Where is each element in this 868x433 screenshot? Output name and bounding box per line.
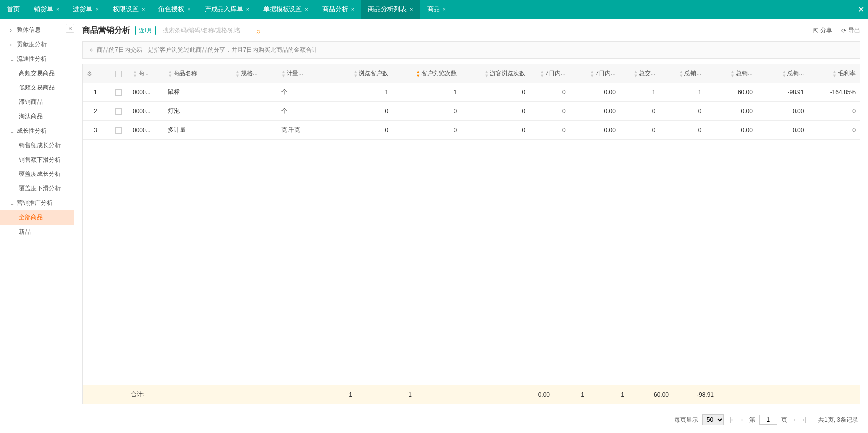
tab-5[interactable]: 产成品入库单× — [198, 0, 256, 19]
prev-page-button[interactable]: ‹ — [739, 416, 745, 423]
sort-icon[interactable]: ▲▼ — [133, 70, 137, 78]
total-total_profit: -98.91 — [673, 391, 718, 398]
row-checkbox[interactable] — [115, 108, 122, 115]
col-header-margin[interactable]: ▲▼毛利率 — [808, 64, 860, 83]
sort-icon[interactable]: ▲▼ — [484, 70, 489, 78]
col-header-in7amt[interactable]: ▲▼7日内... — [570, 64, 620, 83]
col-header-cust_visits[interactable]: ▲▼客户浏览次数 — [392, 64, 461, 83]
period-filter[interactable]: 近1月 — [135, 26, 156, 35]
sidebar-section-3[interactable]: ⌄成长性分析 — [0, 124, 74, 138]
sidebar-item-3-2[interactable]: 覆盖度成长分析 — [0, 167, 74, 181]
sidebar-item-2-3[interactable]: 淘汰商品 — [0, 109, 74, 124]
col-header-total_amount[interactable]: ▲▼总销... — [705, 64, 757, 83]
tab-close-icon[interactable]: × — [443, 6, 446, 12]
share-icon: ⇱ — [813, 27, 818, 34]
sort-icon[interactable]: ▲▼ — [782, 70, 787, 78]
sort-icon[interactable]: ▲▼ — [168, 70, 172, 78]
row-checkbox[interactable] — [115, 127, 122, 134]
tab-close-icon[interactable]: × — [351, 6, 354, 12]
next-page-button[interactable]: › — [791, 416, 797, 423]
sidebar-item-3-0[interactable]: 销售额成长分析 — [0, 138, 74, 153]
tab-3[interactable]: 权限设置× — [106, 0, 151, 19]
select-all-checkbox[interactable] — [115, 71, 122, 77]
cell-idx: 2 — [83, 102, 108, 121]
tab-6[interactable]: 单据模板设置× — [256, 0, 315, 19]
last-page-button[interactable]: ›| — [801, 416, 808, 423]
sort-icon[interactable]: ▲▼ — [634, 70, 638, 78]
cell-in7: 0 — [529, 121, 570, 140]
col-header-total_deals[interactable]: ▲▼总交... — [620, 64, 660, 83]
bulb-icon: ✧ — [89, 47, 94, 54]
tab-close-icon[interactable]: × — [305, 6, 308, 12]
page-input[interactable] — [759, 415, 777, 425]
sidebar-item-4-1[interactable]: 新品 — [0, 225, 74, 239]
visitors-link[interactable]: 1 — [385, 89, 389, 96]
visitors-link[interactable]: 0 — [385, 127, 389, 134]
tab-8[interactable]: 商品分析列表× — [361, 0, 420, 19]
sidebar-item-2-1[interactable]: 低频交易商品 — [0, 81, 74, 95]
sidebar-item-2-2[interactable]: 滞销商品 — [0, 95, 74, 109]
sort-icon[interactable]: ▲▼ — [832, 70, 837, 78]
sort-icon[interactable]: ▲▼ — [353, 70, 358, 78]
cell-chk — [108, 121, 129, 140]
tab-2[interactable]: 进货单× — [66, 0, 105, 19]
tab-close-icon[interactable]: × — [410, 6, 413, 12]
col-header-chk[interactable] — [108, 64, 129, 83]
col-header-in7[interactable]: ▲▼7日内... — [529, 64, 570, 83]
cell-total_profit: 0.00 — [757, 121, 808, 140]
sort-icon[interactable]: ▲▼ — [679, 70, 684, 78]
content: 商品营销分析 近1月 ⌕ ⇱分享 ⟳导出 ✧ 商品的7日内交易，是指客户浏览过此… — [74, 19, 868, 433]
search-input[interactable] — [163, 25, 252, 36]
sort-icon[interactable]: ▲▼ — [281, 70, 286, 78]
close-all-tabs[interactable]: ✕ — [858, 0, 864, 19]
page-size-select[interactable]: 50 — [702, 414, 724, 425]
row-checkbox[interactable] — [115, 89, 122, 96]
sort-icon[interactable]: ▲▼ — [730, 70, 735, 78]
sort-icon[interactable]: ▲▼ — [235, 70, 240, 78]
col-header-total_sales[interactable]: ▲▼总销... — [659, 64, 705, 83]
tab-close-icon[interactable]: × — [246, 6, 249, 12]
total-code: 合计: — [127, 390, 157, 399]
sort-icon[interactable]: ▲▼ — [416, 70, 420, 78]
visitors-link[interactable]: 0 — [385, 108, 389, 115]
sidebar-section-2[interactable]: ⌄流通性分析 — [0, 52, 74, 66]
tab-close-icon[interactable]: × — [187, 6, 190, 12]
sort-icon[interactable]: ▲▼ — [590, 70, 594, 78]
sidebar-item-4-0[interactable]: 全部商品 — [0, 210, 74, 225]
col-header-idx[interactable]: ⚙ — [83, 64, 108, 83]
search-icon[interactable]: ⌕ — [256, 27, 260, 35]
col-header-code[interactable]: ▲▼商... — [129, 64, 164, 83]
sidebar-section-0[interactable]: ›整体信息 — [0, 23, 74, 37]
tab-0[interactable]: 首页 — [0, 0, 27, 19]
col-header-visitors[interactable]: ▲▼浏览客户数 — [318, 64, 393, 83]
col-header-spec[interactable]: ▲▼规格... — [231, 64, 277, 83]
col-header-guest_visits[interactable]: ▲▼游客浏览次数 — [461, 64, 529, 83]
share-button[interactable]: ⇱分享 — [813, 26, 832, 35]
tab-close-icon[interactable]: × — [142, 6, 145, 12]
cell-unit: 个 — [277, 83, 318, 102]
first-page-button[interactable]: |‹ — [728, 416, 735, 423]
col-header-unit[interactable]: ▲▼计量... — [277, 64, 318, 83]
sidebar-item-3-1[interactable]: 销售额下滑分析 — [0, 153, 74, 167]
sidebar: « ›整体信息›贡献度分析⌄流通性分析高频交易商品低频交易商品滞销商品淘汰商品⌄… — [0, 19, 74, 433]
tab-9[interactable]: 商品× — [420, 0, 453, 19]
tab-close-icon[interactable]: × — [56, 6, 59, 12]
sidebar-item-3-3[interactable]: 覆盖度下滑分析 — [0, 181, 74, 196]
col-header-total_profit[interactable]: ▲▼总销... — [757, 64, 808, 83]
tab-4[interactable]: 角色授权× — [151, 0, 197, 19]
cell-total_deals: 0 — [620, 102, 660, 121]
sidebar-section-4[interactable]: ⌄营销推广分析 — [0, 196, 74, 210]
cell-name: 多计量 — [164, 121, 231, 140]
cell-total_sales: 1 — [659, 83, 705, 102]
gear-icon[interactable]: ⚙ — [87, 70, 92, 77]
export-button[interactable]: ⟳导出 — [841, 26, 860, 35]
tab-1[interactable]: 销货单× — [27, 0, 66, 19]
tab-close-icon[interactable]: × — [95, 6, 98, 12]
horizontal-scrollbar[interactable] — [82, 404, 860, 409]
sidebar-collapse-button[interactable]: « — [66, 24, 74, 33]
sidebar-item-2-0[interactable]: 高频交易商品 — [0, 66, 74, 81]
tab-7[interactable]: 商品分析× — [315, 0, 361, 19]
col-header-name[interactable]: ▲▼商品名称 — [164, 64, 231, 83]
sidebar-section-1[interactable]: ›贡献度分析 — [0, 37, 74, 52]
sort-icon[interactable]: ▲▼ — [540, 70, 544, 78]
